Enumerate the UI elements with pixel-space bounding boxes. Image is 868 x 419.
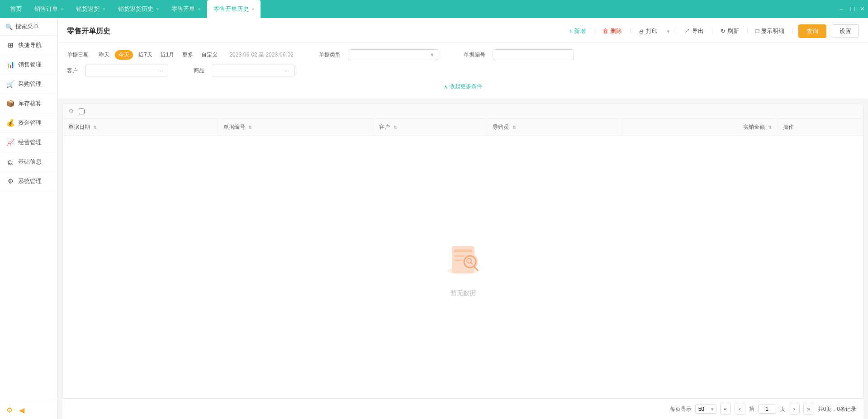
collapse-icon: ∧ (444, 84, 448, 90)
sidebar-search[interactable]: 🔍 搜索采单 (0, 18, 57, 36)
bill-type-select-wrapper: ▼ (348, 49, 438, 60)
sort-no-icon[interactable]: ⇅ (248, 125, 252, 130)
divider (630, 28, 631, 34)
table-settings-icon[interactable]: ⚙ (68, 108, 74, 115)
col-customer[interactable]: 客户 ⇅ (374, 119, 487, 136)
page-header: 零售开单历史 + 新增 🗑 删除 🖨 打印 ▼ ↗ 导出 ↻ 刷新 □ 显示明细… (58, 18, 868, 43)
page-first-btn[interactable]: « (720, 404, 731, 414)
page-size-select[interactable]: 50 10 20 100 (695, 405, 716, 414)
refresh-button[interactable]: ↻ 刷新 (718, 25, 742, 37)
goods-input-wrap: ··· (212, 65, 295, 76)
col-guide[interactable]: 导购员 ⇅ (487, 119, 622, 136)
sidebar: 🔍 搜索采单 ⊞ 快捷导航 📊 销售管理 🛒 采购管理 📦 库存核算 💰 资金管… (0, 18, 58, 419)
total-label: 共0页，0条记录 (818, 405, 856, 413)
date-opt-yesterday[interactable]: 昨天 (96, 50, 112, 60)
date-opt-last1month[interactable]: 近1月 (158, 50, 177, 60)
tab-home[interactable]: 首页 (4, 5, 28, 13)
sidebar-item-operations[interactable]: 📈 经营管理 (0, 133, 57, 152)
goods-input[interactable] (217, 67, 285, 74)
bill-type-select[interactable] (348, 49, 438, 60)
close-btn[interactable]: × (860, 5, 864, 13)
tab-sales-order[interactable]: 销售订单 × (28, 0, 70, 18)
divider (676, 28, 676, 34)
divider (747, 28, 748, 34)
query-button[interactable]: 查询 (798, 24, 826, 38)
filter-area: 单据日期 昨天 今天 近7天 近1月 更多 自定义 2023-06-02 至 2… (58, 43, 868, 99)
sort-amount-icon[interactable]: ⇅ (768, 125, 772, 130)
divider (594, 28, 594, 34)
sidebar-item-label: 基础信息 (18, 158, 42, 166)
sidebar-item-quick-nav[interactable]: ⊞ 快捷导航 (0, 36, 57, 55)
col-no[interactable]: 单据编号 ⇅ (218, 119, 373, 136)
sidebar-item-label: 销售管理 (18, 61, 42, 69)
col-action: 操作 (778, 119, 863, 136)
col-date[interactable]: 单据日期 ⇅ (63, 119, 218, 136)
page-last-btn[interactable]: » (803, 404, 814, 414)
date-label: 单据日期 (67, 51, 89, 59)
tab-retail-open[interactable]: 零售开单 × (165, 0, 207, 18)
table-header-row: 单据日期 ⇅ 单据编号 ⇅ 客户 ⇅ 导购员 ⇅ (63, 119, 863, 136)
sort-guide-icon[interactable]: ⇅ (512, 125, 516, 130)
bill-no-input[interactable] (498, 52, 569, 58)
settings-button[interactable]: 设置 (832, 24, 859, 38)
pagination: 每页显示 50 10 20 100 ▼ « ‹ 第 页 › » 共0页，0条记录 (62, 399, 863, 419)
delete-button[interactable]: 🗑 删除 (600, 25, 625, 37)
date-opt-today[interactable]: 今天 (115, 50, 133, 60)
bill-no-label: 单据编号 (464, 51, 485, 59)
close-tab-sales-return-icon[interactable]: × (102, 6, 105, 12)
page-next-btn[interactable]: › (789, 404, 800, 414)
customer-input[interactable] (90, 67, 158, 74)
bottom-settings-icon[interactable]: ⚙ (6, 406, 13, 414)
select-all-checkbox[interactable] (79, 108, 85, 114)
export-button[interactable]: ↗ 导出 (682, 25, 707, 37)
close-tab-sales-order-icon[interactable]: × (61, 6, 63, 12)
close-tab-retail-open-history-icon[interactable]: × (251, 6, 254, 12)
sidebar-item-sys-mgmt[interactable]: ⚙ 系统管理 (0, 172, 57, 191)
page-number-input[interactable] (758, 405, 776, 414)
sort-customer-icon[interactable]: ⇅ (394, 125, 397, 130)
sidebar-item-finance[interactable]: 💰 资金管理 (0, 113, 57, 133)
sidebar-item-sales-mgmt[interactable]: 📊 销售管理 (0, 55, 57, 75)
date-opt-custom[interactable]: 自定义 (199, 50, 220, 60)
table-toolbar: ⚙ (63, 104, 863, 119)
sort-date-icon[interactable]: ⇅ (93, 125, 97, 130)
sidebar-item-purchase-mgmt[interactable]: 🛒 采购管理 (0, 75, 57, 94)
content-area: 零售开单历史 + 新增 🗑 删除 🖨 打印 ▼ ↗ 导出 ↻ 刷新 □ 显示明细… (58, 18, 868, 419)
print-button[interactable]: 🖨 打印 (636, 25, 661, 37)
bottom-collapse-icon[interactable]: ◀ (19, 406, 24, 414)
close-tab-retail-open-icon[interactable]: × (198, 6, 200, 12)
divider (712, 28, 712, 34)
date-opt-last7[interactable]: 近7天 (136, 50, 155, 60)
search-icon: 🔍 (5, 24, 13, 30)
empty-illustration (441, 237, 486, 282)
page-label: 第 (749, 405, 754, 413)
purchase-mgmt-icon: 🛒 (6, 80, 14, 88)
date-opt-more[interactable]: 更多 (180, 50, 196, 60)
operations-icon: 📈 (6, 138, 14, 146)
add-button[interactable]: + 新增 (566, 25, 588, 37)
customer-picker-icon[interactable]: ··· (158, 67, 163, 74)
display-detail-button[interactable]: □ 显示明细 (753, 25, 787, 37)
tab-retail-open-history[interactable]: 零售开单历史 × (207, 0, 261, 18)
tab-sales-return[interactable]: 销货退货 × (70, 0, 111, 18)
tab-sales-return-history[interactable]: 销货退货历史 × (112, 0, 165, 18)
close-tab-sales-return-history-icon[interactable]: × (156, 6, 159, 12)
minimize-btn[interactable]: － (838, 5, 845, 14)
sidebar-item-label: 库存核算 (18, 99, 42, 108)
finance-icon: 💰 (6, 119, 14, 127)
col-amount[interactable]: 实销金额 ⇅ (621, 119, 777, 136)
sys-mgmt-icon: ⚙ (6, 177, 14, 185)
collapse-btn[interactable]: ∧ 收起更多条件 (67, 81, 859, 92)
goods-picker-icon[interactable]: ··· (285, 67, 290, 74)
sidebar-item-inventory[interactable]: 📦 库存核算 (0, 94, 57, 113)
filter-row-2: 客户 ··· 商品 ··· (67, 65, 859, 76)
filter-row-1: 单据日期 昨天 今天 近7天 近1月 更多 自定义 2023-06-02 至 2… (67, 49, 859, 60)
sidebar-item-label: 资金管理 (18, 119, 42, 127)
customer-label: 客户 (67, 67, 78, 75)
print-dropdown-icon[interactable]: ▼ (666, 29, 670, 34)
header-actions: + 新增 🗑 删除 🖨 打印 ▼ ↗ 导出 ↻ 刷新 □ 显示明细 查询 设置 (566, 24, 859, 38)
page-prev-btn[interactable]: ‹ (735, 404, 745, 414)
sidebar-item-base-info[interactable]: 🗂 基础信息 (0, 152, 57, 172)
empty-text: 暂无数据 (451, 289, 476, 297)
maximize-btn[interactable]: □ (850, 5, 855, 13)
